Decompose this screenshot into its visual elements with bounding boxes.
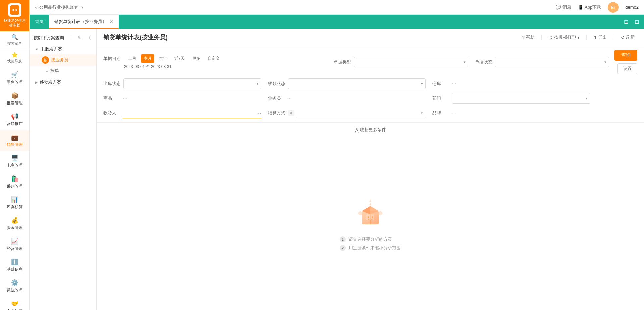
query-button[interactable]: 查询 (614, 50, 637, 61)
department-control: ▾ (452, 93, 590, 104)
tabbar: 首页 销货单统计表（按业务员） ✕ ⊟ ⊡ (30, 15, 644, 29)
brand-control: ··· (452, 110, 590, 116)
doc-type-select[interactable] (354, 57, 468, 67)
wholesale-icon: 📦 (11, 92, 18, 99)
inventory-icon: 📊 (11, 196, 18, 203)
sidebar-item-sales[interactable]: 💼 销售管理 (0, 130, 29, 151)
empty-tips: 1 请先选择要分析的方案 2 用过滤条件来缩小分析范围 (340, 236, 401, 251)
staff-label: 业务员 (268, 95, 285, 101)
refresh-btn[interactable]: ↺ 刷新 (618, 33, 637, 42)
sidebar-item-basic[interactable]: ℹ️ 基础信息 (0, 255, 29, 276)
department-label: 部门 (432, 95, 449, 101)
logo-icon (8, 3, 21, 17)
payment-select[interactable] (288, 78, 426, 89)
enterprise-icon: 🤝 (11, 300, 18, 307)
user-avatar[interactable]: Ea (608, 2, 619, 13)
print-icon: 🖨 (548, 35, 553, 40)
tree-item-mobile[interactable]: ▶ 移动端方案 (30, 77, 96, 87)
sidebar-item-operations[interactable]: 📈 经营管理 (0, 234, 29, 255)
app-download-btn[interactable]: 📱 App下载 (578, 4, 601, 10)
sidebar-item-finance[interactable]: 💰 资金管理 (0, 213, 29, 234)
receiver-input[interactable] (123, 108, 261, 118)
tab-home[interactable]: 首页 (30, 15, 49, 29)
doc-type-label: 单据类型 (334, 59, 351, 65)
filter-goods: 商品 ··· (103, 95, 261, 101)
doc-status-select[interactable] (495, 57, 609, 67)
tip-num-2: 2 (340, 245, 346, 251)
date-filter: 上月 本月 本年 近7天 更多 自定义 (125, 54, 222, 63)
date-btn-custom[interactable]: 自定义 (205, 54, 222, 63)
staff-scheme-icon: 按 (42, 56, 49, 64)
staff-dots[interactable]: ··· (287, 95, 292, 101)
svg-point-7 (368, 216, 369, 218)
receiver-dots[interactable]: ··· (256, 110, 261, 117)
collapse-label: 收起更多条件 (360, 127, 386, 133)
date-btn-7days[interactable]: 近7天 (172, 54, 187, 63)
filter-area: 单据日期 上月 本月 本年 近7天 更多 自定义 2023-03-0 (97, 46, 644, 122)
sidebar-item-system[interactable]: ⚙️ 系统管理 (0, 276, 29, 297)
user-initial: Ea (611, 5, 615, 9)
sidebar-item-wholesale[interactable]: 📦 批发管理 (0, 89, 29, 109)
goods-dots[interactable]: ··· (123, 95, 127, 101)
filter-settlement: 结算方式 × ▾ (268, 108, 426, 118)
page-title-row: 销货单统计表(按业务员) ? 帮助 🖨 按模板打印 ▾ (103, 33, 637, 42)
sidebar-item-ecommerce[interactable]: 🖥️ 电商管理 (0, 151, 29, 172)
tab-expand-icon[interactable]: ⊡ (632, 17, 641, 27)
sidebar-item-purchase[interactable]: 🛍️ 采购管理 (0, 172, 29, 193)
date-btn-this-year[interactable]: 本年 (156, 54, 170, 63)
topbar: 办公用品行业模拟账套 ▾ 💬 消息 📱 App下载 Ea demo2 (30, 0, 644, 15)
goods-control: ··· (123, 95, 261, 101)
tree-child2-by-order[interactable]: ≡ 按单 (30, 66, 96, 76)
filter-date: 单据日期 上月 本月 本年 近7天 更多 自定义 2023-03-0 (103, 54, 327, 70)
messages-icon: 💬 (556, 5, 561, 10)
collapse-row: ⋀ 收起更多条件 (97, 122, 644, 137)
topbar-arrow: ▾ (81, 5, 83, 10)
delivery-control: ▾ (123, 78, 261, 89)
delivery-select[interactable] (123, 78, 261, 89)
filter-brand: 品牌 ··· (432, 110, 590, 116)
inventory-label: 库存核算 (7, 204, 23, 210)
export-label: 导出 (598, 34, 607, 40)
tab-close-icon[interactable]: ✕ (109, 19, 113, 24)
settings-button[interactable]: 设置 (617, 63, 637, 74)
messages-btn[interactable]: 💬 消息 (556, 4, 571, 10)
settlement-tag-close[interactable]: × (290, 111, 292, 115)
date-btn-last-month[interactable]: 上月 (125, 54, 139, 63)
sidebar-item-inventory[interactable]: 📊 库存核算 (0, 193, 29, 213)
date-btn-more[interactable]: 更多 (190, 54, 203, 63)
department-select[interactable] (452, 93, 590, 104)
filter-staff: 业务员 ··· (268, 95, 426, 101)
date-btn-this-month[interactable]: 本月 (141, 54, 154, 63)
settlement-select[interactable] (296, 108, 426, 118)
tab-sales-stats[interactable]: 销货单统计表（按业务员） ✕ (49, 15, 119, 29)
basic-icon: ℹ️ (11, 258, 18, 266)
username[interactable]: demo2 (625, 5, 639, 10)
edit-scheme-btn[interactable]: ✎ (76, 34, 84, 42)
collapse-btn[interactable]: ⋀ 收起更多条件 (351, 125, 390, 134)
help-btn[interactable]: ? 帮助 (520, 33, 537, 42)
topbar-right: 💬 消息 📱 App下载 Ea demo2 (556, 2, 639, 13)
tab-minimize-icon[interactable]: ⊟ (621, 17, 631, 27)
warehouse-dots[interactable]: ··· (452, 81, 456, 87)
retail-icon: 🛒 (11, 71, 18, 79)
print-btn[interactable]: 🖨 按模板打印 ▾ (546, 33, 582, 42)
sidebar-item-enterprise[interactable]: 🤝 企业协同 (0, 297, 29, 310)
divider-help (541, 35, 542, 40)
quick-nav[interactable]: ⭐ 快捷导航 (0, 49, 29, 66)
export-btn[interactable]: ⬆ 导出 (591, 33, 610, 42)
enterprise-label: 企业协同 (7, 308, 23, 310)
app-logo[interactable]: 畅捷通好生意 标准版 (0, 0, 29, 31)
collapse-panel-btn[interactable]: 《 (85, 34, 92, 42)
add-scheme-btn[interactable]: ＋ (67, 34, 75, 42)
search-menu[interactable]: 🔍 搜索菜单 (0, 31, 29, 49)
by-order-icon: ≡ (46, 68, 48, 73)
settlement-label: 结算方式 (268, 110, 285, 116)
sidebar-item-marketing[interactable]: 📢 营销推广 (0, 109, 29, 130)
tree-child-by-staff[interactable]: 按 按业务员 (30, 54, 96, 66)
empty-illustration (354, 196, 387, 229)
sidebar-item-retail[interactable]: 🛒 零售管理 (0, 68, 29, 89)
wholesale-label: 批发管理 (7, 100, 23, 106)
tree-item-pc[interactable]: ▼ 电脑端方案 (30, 44, 96, 54)
brand-dots[interactable]: ··· (452, 110, 456, 116)
page-actions: ? 帮助 🖨 按模板打印 ▾ ⬆ 导出 (520, 33, 637, 42)
